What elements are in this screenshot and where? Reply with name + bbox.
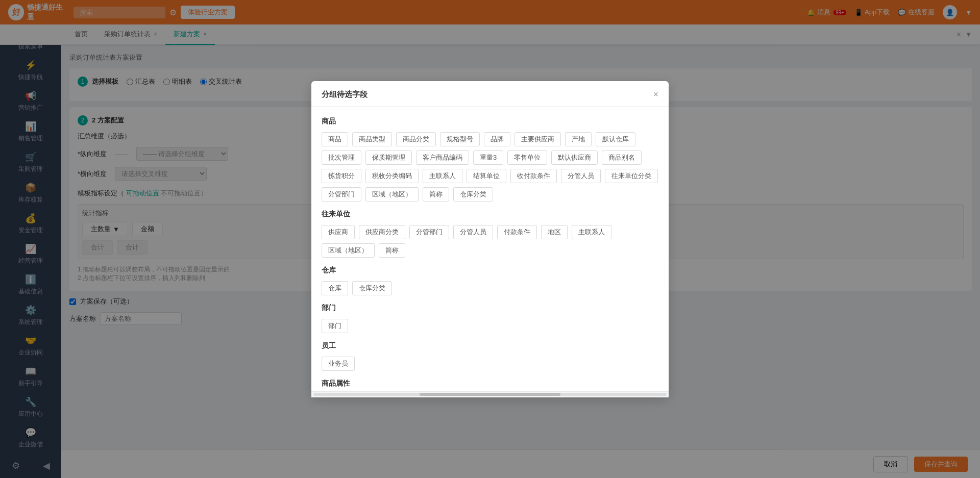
field-chip-0-22[interactable]: 分管部门	[322, 187, 361, 202]
horizontal-scrollbar[interactable]	[313, 393, 667, 396]
dialog-section-title-5: 商品属性	[322, 379, 658, 388]
field-chip-0-6[interactable]: 产地	[565, 132, 592, 146]
field-chip-0-24[interactable]: 简称	[423, 187, 449, 202]
field-chip-0-19[interactable]: 收付款条件	[510, 169, 557, 183]
dialog-close-btn[interactable]: ×	[653, 89, 658, 100]
dialog-section-title-4: 员工	[322, 341, 658, 350]
field-chip-1-6[interactable]: 主联系人	[572, 225, 611, 239]
field-chip-1-0[interactable]: 供应商	[322, 225, 355, 239]
field-chip-0-0[interactable]: 商品	[322, 132, 348, 146]
dialog-section-grid-4: 业务员	[322, 357, 658, 371]
field-chip-1-7[interactable]: 区域（地区）	[322, 243, 375, 258]
field-chip-0-16[interactable]: 税收分类编码	[365, 169, 419, 183]
field-chip-0-8[interactable]: 批次管理	[322, 150, 361, 165]
field-chip-2-1[interactable]: 仓库分类	[352, 281, 392, 295]
field-chip-4-0[interactable]: 业务员	[322, 357, 355, 371]
field-chip-0-7[interactable]: 默认仓库	[596, 132, 635, 146]
modal-overlay: 分组待选字段 × 商品商品商品类型商品分类规格型号品牌主要供应商产地默认仓库批次…	[0, 0, 980, 478]
field-chip-1-4[interactable]: 付款条件	[497, 225, 537, 239]
dialog-section-title-2: 仓库	[322, 266, 658, 275]
field-chip-3-0[interactable]: 部门	[322, 319, 348, 333]
field-chip-2-0[interactable]: 仓库	[322, 281, 348, 295]
field-chip-0-13[interactable]: 默认供应商	[551, 150, 598, 165]
dialog-section-grid-1: 供应商供应商分类分管部门分管人员付款条件地区主联系人区域（地区）简称	[322, 225, 658, 258]
field-chip-0-25[interactable]: 仓库分类	[453, 187, 493, 202]
dialog-body: 商品商品商品类型商品分类规格型号品牌主要供应商产地默认仓库批次管理保质期管理客户…	[311, 107, 669, 391]
field-chip-0-12[interactable]: 零售单位	[507, 150, 547, 165]
field-chip-1-1[interactable]: 供应商分类	[359, 225, 405, 239]
field-chip-1-5[interactable]: 地区	[541, 225, 568, 239]
dialog-section-title-1: 往来单位	[322, 210, 658, 219]
field-chip-0-15[interactable]: 拣货积分	[322, 169, 361, 183]
field-chip-0-20[interactable]: 分管人员	[561, 169, 601, 183]
field-chip-0-14[interactable]: 商品别名	[602, 150, 642, 165]
field-chip-0-4[interactable]: 品牌	[484, 132, 510, 146]
scrollbar-thumb	[420, 393, 561, 396]
field-chip-1-2[interactable]: 分管部门	[409, 225, 449, 239]
dialog-section-grid-0: 商品商品类型商品分类规格型号品牌主要供应商产地默认仓库批次管理保质期管理客户商品…	[322, 132, 658, 202]
field-chip-0-2[interactable]: 商品分类	[396, 132, 436, 146]
field-chip-0-21[interactable]: 往来单位分类	[605, 169, 658, 183]
field-chip-0-3[interactable]: 规格型号	[440, 132, 480, 146]
field-chip-0-17[interactable]: 主联系人	[423, 169, 462, 183]
field-chip-1-3[interactable]: 分管人员	[453, 225, 493, 239]
dialog-header: 分组待选字段 ×	[311, 81, 669, 107]
field-chip-0-18[interactable]: 结算单位	[467, 169, 506, 183]
field-chip-0-5[interactable]: 主要供应商	[514, 132, 561, 146]
dialog-section-grid-2: 仓库仓库分类	[322, 281, 658, 295]
dialog: 分组待选字段 × 商品商品商品类型商品分类规格型号品牌主要供应商产地默认仓库批次…	[311, 81, 669, 397]
field-chip-0-9[interactable]: 保质期管理	[365, 150, 412, 165]
dialog-section-title-3: 部门	[322, 304, 658, 313]
dialog-section-title-0: 商品	[322, 117, 658, 126]
field-chip-1-8[interactable]: 简称	[379, 243, 405, 258]
dialog-scrollbar-bottom	[311, 391, 669, 397]
field-chip-0-10[interactable]: 客户商品编码	[416, 150, 469, 165]
dialog-section-grid-3: 部门	[322, 319, 658, 333]
dialog-title: 分组待选字段	[322, 90, 368, 99]
field-chip-0-11[interactable]: 重量3	[473, 150, 503, 165]
field-chip-0-23[interactable]: 区域（地区）	[365, 187, 419, 202]
field-chip-0-1[interactable]: 商品类型	[352, 132, 392, 146]
